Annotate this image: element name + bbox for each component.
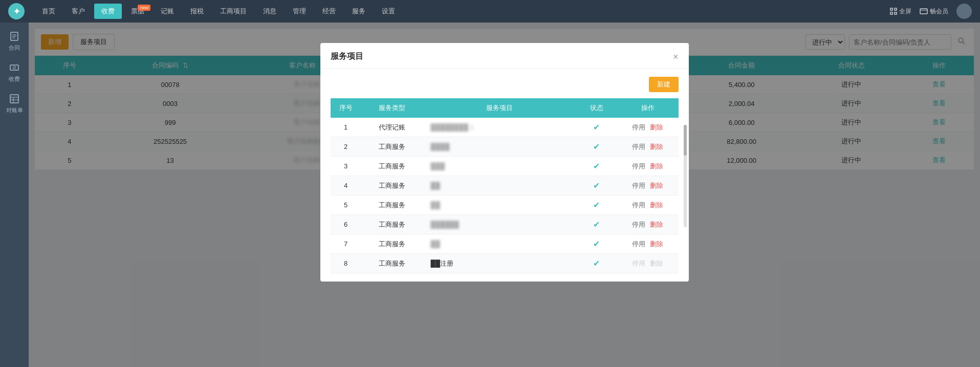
- modal-cell-type: 工商服务: [361, 215, 423, 234]
- sidebar-item-duizhangdan[interactable]: 对账单: [2, 89, 27, 118]
- modal-cell-actions: 停用 删除: [617, 196, 679, 215]
- modal-table-row: 5 工商服务 ██ ✔ 停用 删除: [331, 196, 679, 215]
- stop-button[interactable]: 停用: [632, 162, 645, 170]
- main-content: 新增 服务项目 进行中 已完成 已取消: [29, 23, 980, 367]
- nav-item-gongshang[interactable]: 工商项目: [213, 4, 254, 19]
- svg-rect-1: [895, 8, 897, 10]
- delete-button[interactable]: 删除: [650, 123, 663, 131]
- stop-button[interactable]: 停用: [632, 260, 645, 267]
- status-check-icon: ✔: [593, 220, 600, 229]
- modal-cell-status: ✔: [576, 234, 617, 254]
- modal-cell-actions: 停用 删除: [617, 176, 679, 196]
- user-avatar[interactable]: [956, 4, 972, 19]
- service-modal: 服务项目 × 新建 序号 服务类型 服务项目 状态: [320, 43, 689, 282]
- delete-button[interactable]: 删除: [650, 182, 663, 189]
- modal-table-row: 1 代理记账 ████████ 1 ✔ 停用 删除: [331, 118, 679, 137]
- nav-right: 全屏 畅会员: [890, 4, 972, 19]
- stop-button[interactable]: 停用: [632, 201, 645, 209]
- delete-button[interactable]: 删除: [650, 221, 663, 228]
- status-check-icon: ✔: [593, 142, 600, 151]
- modal-col-type: 服务类型: [361, 98, 423, 118]
- modal-close-button[interactable]: ×: [673, 52, 679, 61]
- modal-cell-type: 工商服务: [361, 137, 423, 157]
- modal-cell-no: 6: [331, 215, 361, 234]
- delete-button[interactable]: 删除: [650, 240, 663, 248]
- modal-cell-status: ✔: [576, 176, 617, 196]
- fullscreen-icon: [890, 8, 897, 15]
- status-check-icon: ✔: [593, 240, 600, 248]
- modal-new-button[interactable]: 新建: [649, 77, 679, 92]
- member-icon: [920, 8, 928, 15]
- delete-button[interactable]: 删除: [650, 143, 663, 150]
- sidebar-item-hetong[interactable]: 合同: [2, 27, 27, 56]
- svg-rect-2: [890, 12, 892, 14]
- modal-table-row: 4 工商服务 ██ ✔ 停用 删除: [331, 176, 679, 196]
- status-check-icon: ✔: [593, 181, 600, 190]
- sidebar-item-shoufei[interactable]: 收费: [2, 58, 27, 87]
- nav-item-customer[interactable]: 客户: [64, 4, 92, 19]
- modal-cell-item: ████: [423, 137, 576, 157]
- modal-scrollbar[interactable]: [684, 125, 687, 227]
- member-button[interactable]: 畅会员: [920, 7, 948, 16]
- modal-cell-status: ✔: [576, 215, 617, 234]
- modal-header: 服务项目 ×: [320, 43, 689, 69]
- modal-cell-actions: 停用 删除: [617, 234, 679, 254]
- svg-rect-0: [890, 8, 892, 10]
- modal-cell-status: ✔: [576, 254, 617, 273]
- modal-cell-item: ██████: [423, 215, 576, 234]
- status-check-icon: ✔: [593, 162, 600, 170]
- sidebar-label-shoufei: 收费: [9, 75, 20, 83]
- stop-button[interactable]: 停用: [632, 123, 645, 131]
- sidebar-label-hetong: 合同: [9, 44, 20, 52]
- delete-button[interactable]: 删除: [650, 260, 663, 267]
- money-icon: [9, 62, 20, 73]
- svg-rect-12: [10, 95, 18, 103]
- delete-button[interactable]: 删除: [650, 201, 663, 209]
- modal-cell-status: ✔: [576, 137, 617, 157]
- modal-cell-actions: 停用 删除: [617, 254, 679, 273]
- status-check-icon: ✔: [593, 123, 600, 132]
- modal-cell-item: ████████ 1: [423, 118, 576, 137]
- top-navigation: ✦ 首页 客户 收费 票据 new 记账 报税 工商项目 消息 管理 经营 服务…: [0, 0, 980, 23]
- modal-cell-status: ✔: [576, 118, 617, 137]
- modal-cell-no: 5: [331, 196, 361, 215]
- stop-button[interactable]: 停用: [632, 182, 645, 189]
- nav-item-shoufei[interactable]: 收费: [94, 4, 122, 19]
- nav-item-shezhi[interactable]: 设置: [375, 4, 402, 19]
- modal-cell-type: 工商服务: [361, 234, 423, 254]
- stop-button[interactable]: 停用: [632, 240, 645, 248]
- modal-body: 新建 序号 服务类型 服务项目 状态 操作: [320, 69, 689, 282]
- modal-col-action: 操作: [617, 98, 679, 118]
- modal-col-item: 服务项目: [423, 98, 576, 118]
- svg-rect-3: [895, 12, 897, 14]
- modal-table-row: 3 工商服务 ███ ✔ 停用 删除: [331, 157, 679, 176]
- modal-table-row: 8 工商服务 ██注册 ✔ 停用 删除: [331, 254, 679, 273]
- modal-cell-status: ✔: [576, 157, 617, 176]
- nav-item-piao[interactable]: 票据 new: [124, 4, 151, 19]
- modal-cell-actions: 停用 删除: [617, 118, 679, 137]
- modal-table-row: 2 工商服务 ████ ✔ 停用 删除: [331, 137, 679, 157]
- fullscreen-button[interactable]: 全屏: [890, 7, 911, 16]
- modal-cell-item: ██注册: [423, 254, 576, 273]
- stop-button[interactable]: 停用: [632, 143, 645, 150]
- nav-item-fuwu[interactable]: 服务: [345, 4, 373, 19]
- nav-item-jizhang[interactable]: 记账: [154, 4, 181, 19]
- main-layout: 合同 收费 对账单: [0, 23, 980, 367]
- status-check-icon: ✔: [593, 201, 600, 209]
- new-badge: new: [138, 5, 150, 11]
- nav-item-jingying[interactable]: 经营: [315, 4, 343, 19]
- modal-cell-no: 1: [331, 118, 361, 137]
- modal-table-row: 7 工商服务 ██ ✔ 停用 删除: [331, 234, 679, 254]
- delete-button[interactable]: 删除: [650, 162, 663, 170]
- nav-item-xiaoxi[interactable]: 消息: [256, 4, 284, 19]
- nav-item-home[interactable]: 首页: [35, 4, 62, 19]
- stop-button[interactable]: 停用: [632, 221, 645, 228]
- nav-item-guanli[interactable]: 管理: [286, 4, 313, 19]
- modal-title: 服务项目: [331, 51, 363, 62]
- nav-items: 首页 客户 收费 票据 new 记账 报税 工商项目 消息 管理 经营 服务 设…: [35, 4, 890, 19]
- modal-cell-actions: 停用 删除: [617, 137, 679, 157]
- svg-point-11: [13, 67, 16, 69]
- nav-item-baoshui[interactable]: 报税: [183, 4, 211, 19]
- service-items-table: 序号 服务类型 服务项目 状态 操作 1 代理记账 ██████: [331, 98, 679, 273]
- modal-overlay: 服务项目 × 新建 序号 服务类型 服务项目 状态: [29, 23, 980, 367]
